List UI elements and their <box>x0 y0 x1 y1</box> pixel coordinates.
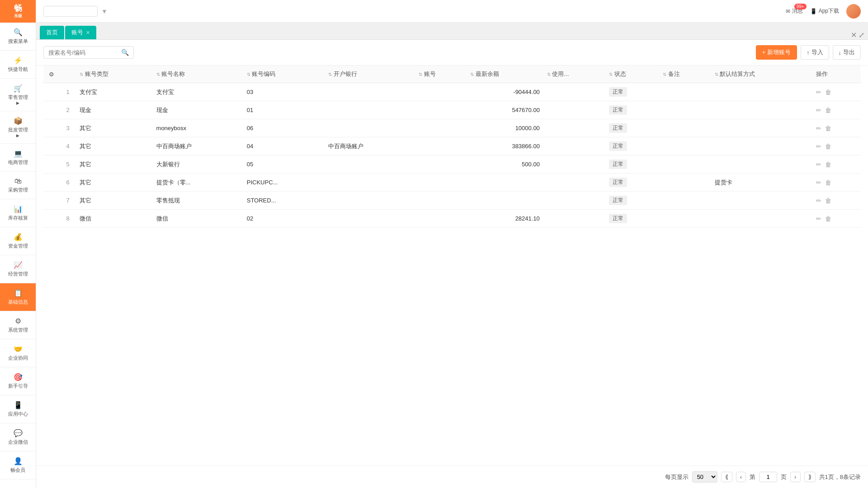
search-icon[interactable]: 🔍 <box>121 49 129 56</box>
edit-icon[interactable]: ✏ <box>816 89 821 96</box>
edit-icon[interactable]: ✏ <box>816 125 821 132</box>
page-input[interactable] <box>759 472 777 482</box>
delete-icon[interactable]: 🗑 <box>825 143 831 150</box>
sidebar-label-purchase: 采购管理 <box>8 187 28 193</box>
col-balance[interactable]: ⇅ 最新余额 <box>467 66 543 83</box>
col-op: 操作 <box>812 66 861 83</box>
row-index: 2 <box>60 101 76 119</box>
tab-bar: 首页 账号 ✕ ✕ ⤢ <box>36 23 868 40</box>
row-status: 正常 <box>605 101 659 119</box>
sidebar-item-member[interactable]: 👤 畅会员 <box>0 451 36 479</box>
table-wrapper: ⚙⇅ 账号类型⇅ 账号名称⇅ 账号编码⇅ 开户银行⇅ 账号⇅ 最新余额⇅ 使用.… <box>36 66 868 228</box>
row-bank <box>325 83 415 101</box>
tab-account[interactable]: 账号 ✕ <box>65 26 96 39</box>
row-balance <box>467 192 543 210</box>
row-type: 微信 <box>76 210 153 228</box>
avatar[interactable] <box>846 4 861 19</box>
row-note <box>659 101 711 119</box>
tab-close-account[interactable]: ✕ <box>86 30 90 36</box>
per-page-select[interactable]: 50 100 <box>692 471 717 483</box>
row-bank <box>325 101 415 119</box>
per-page-label: 每页显示 <box>665 473 689 481</box>
row-usage <box>543 155 605 174</box>
sort-icon-account: ⇅ <box>419 72 422 77</box>
delete-icon[interactable]: 🗑 <box>825 179 831 186</box>
sidebar-item-search[interactable]: 🔍 搜索菜单 <box>0 23 36 51</box>
edit-icon[interactable]: ✏ <box>816 161 821 168</box>
row-index: 1 <box>60 83 76 101</box>
import-button[interactable]: ↑ 导入 <box>801 45 829 60</box>
row-note <box>659 174 711 192</box>
retail-icon: 🛒 <box>14 84 23 93</box>
prev-page-button[interactable]: ‹ <box>736 472 746 482</box>
col-default_payment[interactable]: ⇅ 默认结算方式 <box>711 66 813 83</box>
sidebar-item-ecom[interactable]: 💻 电商管理 <box>0 144 36 172</box>
col-type[interactable]: ⇅ 账号类型 <box>76 66 153 83</box>
col-note[interactable]: ⇅ 备注 <box>659 66 711 83</box>
app-version: 乐版 <box>14 13 22 19</box>
edit-icon[interactable]: ✏ <box>816 197 821 204</box>
maximize-icon[interactable]: ⤢ <box>859 31 864 39</box>
settings-icon[interactable]: ⚙ <box>49 71 54 78</box>
next-page-button[interactable]: › <box>790 472 800 482</box>
sidebar-item-system[interactable]: ⚙ 系统管理 <box>0 311 36 339</box>
header-search-input[interactable] <box>43 6 98 17</box>
sidebar-item-wholesale[interactable]: 📦 批发管理 ▶ <box>0 111 36 144</box>
col-account[interactable]: ⇅ 账号 <box>415 66 467 83</box>
row-code: 06 <box>243 119 325 137</box>
last-page-button[interactable]: ⟫ <box>804 472 816 482</box>
sidebar-item-operations[interactable]: 📈 经营管理 <box>0 255 36 283</box>
col-status[interactable]: ⇅ 状态 <box>605 66 659 83</box>
shortcut-icon: ⚡ <box>14 56 23 65</box>
delete-icon[interactable]: 🗑 <box>825 161 831 168</box>
sidebar-item-basic[interactable]: 📋 基础信息 <box>0 283 36 311</box>
header-dropdown-icon[interactable]: ▼ <box>101 8 108 15</box>
col-bank[interactable]: ⇅ 开户银行 <box>325 66 415 83</box>
delete-icon[interactable]: 🗑 <box>825 89 831 96</box>
edit-icon[interactable]: ✏ <box>816 215 821 222</box>
row-actions: ✏ 🗑 <box>812 137 861 155</box>
row-code: 05 <box>243 155 325 174</box>
sidebar-item-app_center[interactable]: 📱 应用中心 <box>0 395 36 423</box>
edit-icon[interactable]: ✏ <box>816 179 821 186</box>
sidebar-item-finance[interactable]: 💰 资金管理 <box>0 227 36 255</box>
sidebar-item-guide[interactable]: 🎯 新手引导 <box>0 367 36 395</box>
msg-button[interactable]: ✉ 消息 99+ <box>786 7 803 15</box>
inventory-icon: 📊 <box>14 205 23 213</box>
delete-icon[interactable]: 🗑 <box>825 125 831 132</box>
edit-icon[interactable]: ✏ <box>816 143 821 150</box>
delete-icon[interactable]: 🗑 <box>825 215 831 222</box>
col-usage[interactable]: ⇅ 使用... <box>543 66 605 83</box>
delete-icon[interactable]: 🗑 <box>825 107 831 114</box>
row-balance: -90444.00 <box>467 83 543 101</box>
app-download-button[interactable]: 📱 App下载 <box>810 7 839 15</box>
col-code[interactable]: ⇅ 账号编码 <box>243 66 325 83</box>
sidebar-item-inventory[interactable]: 📊 库存核算 <box>0 199 36 227</box>
sidebar-item-enterprise_wechat[interactable]: 💬 企业微信 <box>0 423 36 451</box>
toolbar: 🔍 + 新增账号 ↑ 导入 ↓ 导出 <box>36 40 868 66</box>
row-actions: ✏ 🗑 <box>812 192 861 210</box>
row-index: 6 <box>60 174 76 192</box>
search-input[interactable] <box>48 49 121 56</box>
sort-icon-name: ⇅ <box>156 72 160 77</box>
sidebar-item-purchase[interactable]: 🛍 采购管理 <box>0 172 36 199</box>
col-name[interactable]: ⇅ 账号名称 <box>153 66 243 83</box>
table-row: 5 其它 大新银行 05 500.00 正常 ✏ 🗑 <box>43 155 861 174</box>
sidebar-item-enterprise_agreement[interactable]: 🤝 企业协同 <box>0 339 36 367</box>
sidebar-item-shortcut[interactable]: ⚡ 快捷导航 <box>0 51 36 79</box>
row-note <box>659 192 711 210</box>
add-account-button[interactable]: + 新增账号 <box>756 45 797 60</box>
row-code: STORED... <box>243 192 325 210</box>
row-type: 其它 <box>76 155 153 174</box>
row-settings <box>43 155 60 174</box>
row-note <box>659 155 711 174</box>
sort-icon-balance: ⇅ <box>470 72 474 77</box>
delete-icon[interactable]: 🗑 <box>825 197 831 204</box>
export-button[interactable]: ↓ 导出 <box>833 45 861 60</box>
tab-home[interactable]: 首页 <box>40 26 64 39</box>
close-tab-icon[interactable]: ✕ <box>851 31 857 39</box>
first-page-button[interactable]: ⟪ <box>721 472 732 482</box>
sidebar-item-retail[interactable]: 🛒 零售管理 ▶ <box>0 79 36 111</box>
edit-icon[interactable]: ✏ <box>816 107 821 114</box>
row-settings <box>43 83 60 101</box>
